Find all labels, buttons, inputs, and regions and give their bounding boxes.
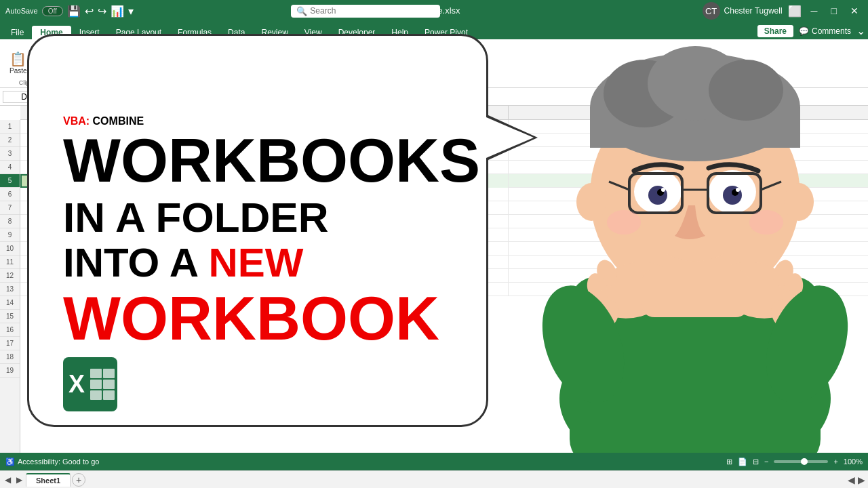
cell-p1[interactable] [251,120,319,134]
cell-m4[interactable] [108,161,156,174]
tab-power-pivot[interactable]: Power Pivot [416,26,476,39]
tab-developer[interactable]: Developer [330,26,384,39]
minimize-btn[interactable]: ─ [807,5,822,16]
tab-data[interactable]: Data [220,26,253,39]
find-select-btn[interactable]: 🔍 Find &Select [397,48,420,79]
cell-o3[interactable] [203,147,251,161]
cell-q2[interactable] [319,134,373,147]
row-6[interactable]: 6 [0,188,20,201]
tab-formulas[interactable]: Formulas [170,26,220,39]
cell-l1[interactable] [61,120,108,134]
indent-increase-btn[interactable]: ⇥ [223,53,230,62]
col-header-l[interactable]: L [61,106,108,119]
row-11[interactable]: 11 [0,256,20,269]
autosave-toggle[interactable]: Off [42,6,63,16]
page-layout-btn[interactable]: 📄 [738,458,747,466]
wrap-text-btn[interactable]: ↵ [228,42,235,52]
cell-q1[interactable] [319,120,373,134]
zoom-slider[interactable] [774,460,828,463]
cell-l5[interactable] [61,174,108,188]
row-8[interactable]: 8 [0,215,20,228]
cell-m3[interactable] [108,147,156,161]
font-color-btn[interactable]: A [113,54,119,64]
redo-icon[interactable]: ↪ [98,5,106,18]
increase-font-btn[interactable]: A▲ [149,43,161,52]
cell-m5[interactable] [108,174,156,188]
formula-input[interactable] [71,92,865,102]
paste-button[interactable]: 📋 Paste [7,51,30,76]
row-3[interactable]: 3 [0,147,20,161]
close-btn[interactable]: ✕ [846,5,863,16]
conditional-formatting-btn[interactable]: 📊 Conditional Forma... [311,42,388,52]
share-button[interactable]: Share [757,25,793,37]
align-middle-btn[interactable]: ≡ [195,42,199,52]
col-header-q[interactable]: Q [319,106,373,119]
font-family-dropdown[interactable]: Calibri [66,42,120,53]
cell-n4[interactable] [156,161,203,174]
tab-help[interactable]: Help [383,26,416,39]
cell-l3[interactable] [61,147,108,161]
ribbon-display-btn[interactable]: ⬜ [788,5,802,18]
row-9[interactable]: 9 [0,228,20,242]
sheet-tab-sheet1[interactable]: Sheet1 [26,473,71,487]
cell-p5[interactable] [251,174,319,188]
row-12[interactable]: 12 [0,269,20,283]
format-as-table-btn[interactable]: ⊞ Format as Table [318,54,380,64]
row-7[interactable]: 7 [0,201,20,215]
normal-view-btn[interactable]: ⊞ [726,458,732,466]
page-break-btn[interactable]: ⊟ [753,458,759,466]
bold-btn[interactable]: B [66,54,72,64]
cell-q5[interactable] [319,174,373,188]
merge-center-btn[interactable]: ⊞ [232,53,239,62]
align-bottom-btn[interactable]: ⊥ [201,42,208,52]
row-17[interactable]: 17 [0,337,20,350]
scroll-left-btn[interactable]: ◀ [848,474,855,485]
cell-p6[interactable] [251,188,319,201]
cell-n6[interactable] [156,188,203,201]
cell-o4[interactable] [203,161,251,174]
comments-button[interactable]: 💬 Comments [799,26,851,36]
orientation-btn[interactable]: ab↗ [210,42,226,52]
cell-n1[interactable] [156,120,203,134]
tab-home[interactable]: Home [32,26,71,39]
align-center-btn[interactable]: ☰ [195,53,203,62]
row-19[interactable]: 19 [0,364,20,378]
ideas-btn[interactable]: 💡 Ideas [429,51,451,76]
row-16[interactable]: 16 [0,323,20,337]
percent-btn[interactable]: % [260,55,267,63]
sheet-scroll-left-btn[interactable]: ◀ [3,475,13,485]
zoom-thumb[interactable] [801,458,808,465]
col-header-n[interactable]: N [156,106,203,119]
scroll-right-btn[interactable]: ▶ [858,474,865,485]
cell-r3[interactable] [373,147,509,161]
copy-button[interactable]: ⎘ Copy [33,53,58,75]
comma-btn[interactable]: , [269,55,271,63]
ribbon-collapse-btn[interactable]: ⌄ [856,24,865,37]
row-4[interactable]: 4 [0,161,20,174]
cell-l6[interactable] [61,188,108,201]
tab-review[interactable]: Review [253,26,296,39]
col-header-o[interactable]: O [203,106,251,119]
number-format-dropdown[interactable]: General▾ [248,42,302,54]
cell-r1[interactable] [373,120,509,134]
form-icon[interactable]: 📊 [111,5,124,18]
cell-l2[interactable] [61,134,108,147]
align-top-btn[interactable]: ⊤ [186,42,193,52]
row-2[interactable]: 2 [0,134,20,147]
cell-k1[interactable] [20,120,61,134]
cell-r2[interactable] [373,134,509,147]
cell-n3[interactable] [156,147,203,161]
cell-reference-box[interactable] [3,91,50,103]
cut-button[interactable]: ✂ Cut [33,39,58,52]
cell-n2[interactable] [156,134,203,147]
cell-p2[interactable] [251,134,319,147]
cell-o2[interactable] [203,134,251,147]
row-18[interactable]: 18 [0,350,20,364]
increase-decimal-btn[interactable]: .0+ [273,55,284,63]
row-5[interactable]: 5 [0,174,20,188]
decrease-decimal-btn[interactable]: .0- [285,55,294,63]
col-header-r[interactable]: R [373,106,509,119]
row-13[interactable]: 13 [0,283,20,296]
row-10[interactable]: 10 [0,242,20,256]
cell-r6[interactable] [373,188,509,201]
